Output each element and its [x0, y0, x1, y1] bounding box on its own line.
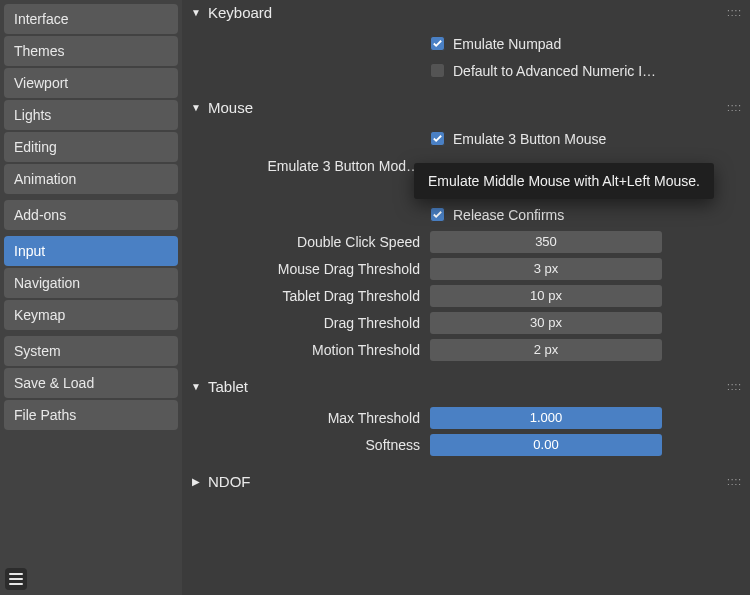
- sidebar-item-editing[interactable]: Editing: [4, 132, 178, 162]
- drag-handle-icon[interactable]: ::::: [727, 102, 742, 113]
- label-drag-threshold: Drag Threshold: [194, 315, 430, 331]
- chevron-down-icon: ▼: [190, 102, 202, 113]
- section-title: Keyboard: [208, 4, 272, 21]
- checkbox-emulate-3-button-mouse[interactable]: Emulate 3 Button Mouse: [430, 131, 662, 147]
- sidebar-item-themes[interactable]: Themes: [4, 36, 178, 66]
- field-motion-threshold[interactable]: 2 px: [430, 339, 662, 361]
- checkbox-label: Emulate Numpad: [453, 36, 561, 52]
- label-motion-threshold: Motion Threshold: [194, 342, 430, 358]
- tooltip-text: Emulate Middle Mouse with Alt+Left Mouse…: [428, 173, 700, 189]
- section-header-tablet[interactable]: ▼ Tablet ::::: [182, 374, 750, 399]
- sidebar-item-interface[interactable]: Interface: [4, 4, 178, 34]
- section-header-mouse[interactable]: ▼ Mouse ::::: [182, 95, 750, 120]
- sidebar-item-animation[interactable]: Animation: [4, 164, 178, 194]
- sidebar-item-file-paths[interactable]: File Paths: [4, 400, 178, 430]
- hamburger-menu-button[interactable]: [5, 568, 27, 590]
- section-title: NDOF: [208, 473, 251, 490]
- sidebar-item-keymap[interactable]: Keymap: [4, 300, 178, 330]
- checkbox-label: Default to Advanced Numeric In…: [453, 63, 658, 79]
- label-softness: Softness: [194, 437, 430, 453]
- sidebar-item-lights[interactable]: Lights: [4, 100, 178, 130]
- preferences-sidebar: Interface Themes Viewport Lights Editing…: [0, 0, 182, 595]
- preferences-main: ▼ Keyboard :::: Emulate Numpad: [182, 0, 750, 595]
- sidebar-item-addons[interactable]: Add-ons: [4, 200, 178, 230]
- label-tablet-drag-threshold: Tablet Drag Threshold: [194, 288, 430, 304]
- field-drag-threshold[interactable]: 30 px: [430, 312, 662, 334]
- checkbox-icon: [430, 36, 445, 51]
- sidebar-item-system[interactable]: System: [4, 336, 178, 366]
- checkbox-icon: [430, 207, 445, 222]
- checkbox-default-advanced-numeric[interactable]: Default to Advanced Numeric In…: [430, 63, 662, 79]
- drag-handle-icon[interactable]: ::::: [727, 7, 742, 18]
- checkbox-icon: [430, 63, 445, 78]
- field-double-click-speed[interactable]: 350: [430, 231, 662, 253]
- field-tablet-drag-threshold[interactable]: 10 px: [430, 285, 662, 307]
- tooltip-emulate-middle-mouse: Emulate Middle Mouse with Alt+Left Mouse…: [414, 163, 714, 199]
- field-max-threshold[interactable]: 1.000: [430, 407, 662, 429]
- checkbox-label: Emulate 3 Button Mouse: [453, 131, 606, 147]
- sidebar-item-navigation[interactable]: Navigation: [4, 268, 178, 298]
- sidebar-item-input[interactable]: Input: [4, 236, 178, 266]
- label-mouse-drag-threshold: Mouse Drag Threshold: [194, 261, 430, 277]
- field-mouse-drag-threshold[interactable]: 3 px: [430, 258, 662, 280]
- sidebar-item-save-load[interactable]: Save & Load: [4, 368, 178, 398]
- drag-handle-icon[interactable]: ::::: [727, 476, 742, 487]
- checkbox-emulate-numpad[interactable]: Emulate Numpad: [430, 36, 662, 52]
- section-mouse: ▼ Mouse :::: Emulate 3 Button Mouse Emul…: [182, 95, 750, 374]
- checkbox-label: Release Confirms: [453, 207, 564, 223]
- section-ndof: ▶ NDOF ::::: [182, 469, 750, 494]
- section-keyboard: ▼ Keyboard :::: Emulate Numpad: [182, 0, 750, 95]
- checkbox-icon: [430, 131, 445, 146]
- chevron-right-icon: ▶: [190, 476, 202, 487]
- label-max-threshold: Max Threshold: [194, 410, 430, 426]
- section-title: Tablet: [208, 378, 248, 395]
- chevron-down-icon: ▼: [190, 7, 202, 18]
- section-tablet: ▼ Tablet :::: Max Threshold 1.000 Softne…: [182, 374, 750, 469]
- label-double-click-speed: Double Click Speed: [194, 234, 430, 250]
- field-softness[interactable]: 0.00: [430, 434, 662, 456]
- section-header-ndof[interactable]: ▶ NDOF ::::: [182, 469, 750, 494]
- checkbox-release-confirms[interactable]: Release Confirms: [430, 207, 662, 223]
- label-emulate-3-button-mode: Emulate 3 Button Mod…: [194, 158, 430, 174]
- sidebar-item-viewport[interactable]: Viewport: [4, 68, 178, 98]
- section-header-keyboard[interactable]: ▼ Keyboard ::::: [182, 0, 750, 25]
- drag-handle-icon[interactable]: ::::: [727, 381, 742, 392]
- section-title: Mouse: [208, 99, 253, 116]
- chevron-down-icon: ▼: [190, 381, 202, 392]
